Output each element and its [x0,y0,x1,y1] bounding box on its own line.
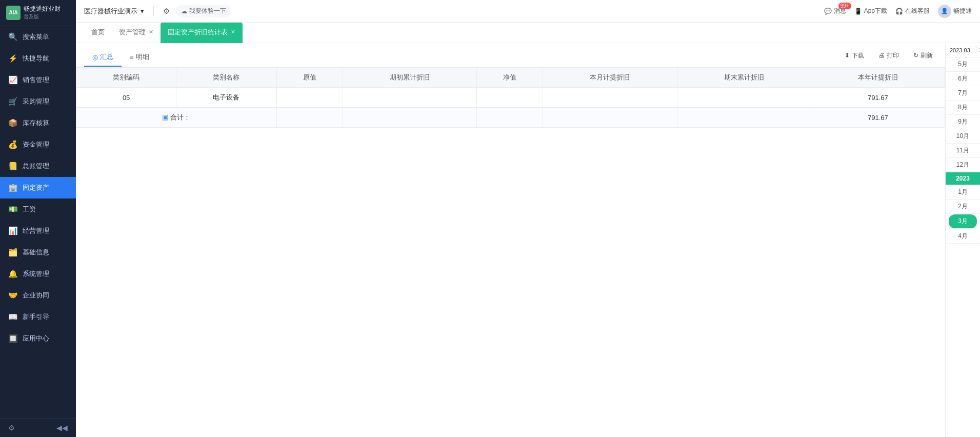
download-icon: ⬇ [845,52,850,59]
app-download-icon: 📱 [854,8,862,15]
quicknav-icon: ⚡ [8,54,17,63]
refresh-icon: ↻ [913,52,918,59]
cell-end-accum [677,88,811,108]
date-item-11月[interactable]: 11月 [946,144,980,158]
search-icon: 🔍 [8,32,17,42]
tabs-bar: 首页 资产管理 ✕ 固定资产折旧统计表 ✕ [76,23,980,43]
date-item-12月[interactable]: 12月 [946,158,980,172]
sidebar-item-label-sales: 销售管理 [23,75,49,85]
date-item-8月[interactable]: 8月 [946,101,980,115]
topbar-divider [153,6,154,16]
summary-label: ▣合计： [76,108,277,128]
col-original: 原值 [276,68,343,88]
tab-depreciation-close[interactable]: ✕ [231,29,235,35]
sidebar-item-guide[interactable]: 📖 新手引导 [0,306,76,328]
refresh-button[interactable]: ↻ 刷新 [909,49,937,62]
date-item-5月[interactable]: 5月 [946,57,980,72]
tab-assets-label: 资产管理 [119,28,146,37]
col-annual: 本年计提折旧 [811,68,945,88]
sidebar-item-label-finance: 资金管理 [23,140,49,149]
content-area: ◎ 汇总 ≡ 明细 ⬇ 下载 🖨 打印 [76,43,980,437]
collapse-icon[interactable]: ◀◀ [56,424,68,432]
sidebar-item-label-purchase: 采购管理 [23,97,49,106]
subtab-summary[interactable]: ◎ 汇总 [84,48,122,67]
sidebar-item-search[interactable]: 🔍 搜索菜单 [0,26,76,48]
tab-assets-close[interactable]: ✕ [149,29,153,35]
date-item-2月[interactable]: 2月 [946,200,980,214]
sidebar-item-system[interactable]: 🔔 系统管理 [0,263,76,285]
customer-service-label: 在线客服 [905,7,930,15]
sidebar-item-label-guide: 新手引导 [23,312,49,322]
topbar-settings-icon[interactable]: ⚙ [163,7,170,16]
cell-monthly [543,88,677,108]
date-item-6月[interactable]: 6月 [946,72,980,86]
page: ◎ 汇总 ≡ 明细 ⬇ 下载 🖨 打印 [76,43,945,437]
tab-home[interactable]: 首页 [84,23,112,43]
logo-title: 畅捷通好业财 [24,5,61,13]
download-button[interactable]: ⬇ 下载 [841,49,868,62]
sidebar-item-label-inventory: 库存核算 [23,118,49,128]
sidebar-item-label-operations: 经营管理 [23,226,49,235]
message-badge: 99+ [838,3,851,9]
table-wrap: 类别编码 类别名称 原值 期初累计折旧 净值 本月计提折旧 期末累计折旧 本年计… [76,67,945,437]
date-item-4月[interactable]: 4月 [946,229,980,244]
app-download-label: App下载 [864,7,887,15]
col-code: 类别编码 [76,68,176,88]
sidebar-item-ledger[interactable]: 📒 总账管理 [0,155,76,177]
date-item-10月[interactable]: 10月 [946,129,980,144]
customer-service-button[interactable]: 🎧 在线客服 [895,7,930,15]
tab-assets[interactable]: 资产管理 ✕ [112,23,161,43]
sidebar-item-quicknav[interactable]: ⚡ 快捷导航 [0,48,76,69]
date-item-9月[interactable]: 9月 [946,115,980,129]
sidebar-item-fixed[interactable]: 🏢 固定资产 [0,177,76,198]
sidebar-bottom: ⚙ ◀◀ [0,418,76,437]
tab-depreciation[interactable]: 固定资产折旧统计表 ✕ [161,23,243,43]
table-header-row: 类别编码 类别名称 原值 期初累计折旧 净值 本月计提折旧 期末累计折旧 本年计… [76,68,945,88]
sales-icon: 📈 [8,75,17,85]
sidebar-item-collab[interactable]: 🤝 企业协同 [0,285,76,306]
sidebar-item-finance[interactable]: 💰 资金管理 [0,134,76,155]
sidebar-item-payroll[interactable]: 💵 工资 [0,198,76,220]
sidebar-item-apps[interactable]: 🔲 应用中心 [0,328,76,349]
topbar-right: 💬 消息 99+ 📱 App下载 🎧 在线客服 👤 畅捷通 [824,5,972,18]
settings-icon[interactable]: ⚙ [8,424,15,432]
sidebar-item-label-basic: 基础信息 [23,248,49,257]
date-item-2023[interactable]: 2023 [946,172,980,185]
cell-annual: 791.67 [811,88,945,108]
sidebar-nav: 🔍 搜索菜单 ⚡ 快捷导航 📈 销售管理 🛒 采购管理 📦 库存核算 💰 资金管… [0,26,76,418]
avatar: 👤 [938,5,951,18]
date-item-1月[interactable]: 1月 [946,185,980,200]
subtab-summary-label: 汇总 [100,52,113,62]
date-item-7月[interactable]: 7月 [946,86,980,101]
sidebar-item-sales[interactable]: 📈 销售管理 [0,69,76,91]
sidebar-item-label-collab: 企业协同 [23,291,49,300]
app-download-button[interactable]: 📱 App下载 [854,7,887,15]
sidebar-item-operations[interactable]: 📊 经营管理 [0,220,76,242]
experience-button[interactable]: ☁ 我要体验一下 [176,5,231,17]
date-item-3月[interactable]: 3月 [949,214,977,229]
operations-icon: 📊 [8,226,17,235]
payroll-icon: 💵 [8,205,17,214]
subtab-detail[interactable]: ≡ 明细 [122,48,157,67]
sidebar-item-basic[interactable]: 🗂️ 基础信息 [0,242,76,263]
sidebar-item-label-payroll: 工资 [23,205,36,214]
sidebar-item-inventory[interactable]: 📦 库存核算 [0,112,76,134]
subtabs: ◎ 汇总 ≡ 明细 ⬇ 下载 🖨 打印 [76,43,945,67]
table-row[interactable]: 05 电子设备 791.67 [76,88,945,108]
print-button[interactable]: 🖨 打印 [874,49,903,62]
customer-service-icon: 🎧 [895,8,903,15]
user-menu[interactable]: 👤 畅捷通 [938,5,972,18]
tab-depreciation-label: 固定资产折旧统计表 [168,28,228,37]
cell-initial-accum [343,88,476,108]
message-button[interactable]: 💬 消息 99+ [824,7,846,15]
col-monthly: 本月计提折旧 [543,68,677,88]
sidebar-item-purchase[interactable]: 🛒 采购管理 [0,91,76,112]
date-panel-title: 2023.03 [950,47,970,53]
cell-net [477,88,543,108]
refresh-label: 刷新 [921,51,933,60]
company-selector[interactable]: 医疗器械行业演示 ▾ [84,7,144,16]
sidebar-item-label-system: 系统管理 [23,269,49,279]
basic-icon: 🗂️ [8,248,17,257]
topbar: 医疗器械行业演示 ▾ ⚙ ☁ 我要体验一下 💬 消息 99+ 📱 App下载 🎧… [76,0,980,23]
date-panel-expand-icon[interactable]: ⛶ [970,46,976,54]
